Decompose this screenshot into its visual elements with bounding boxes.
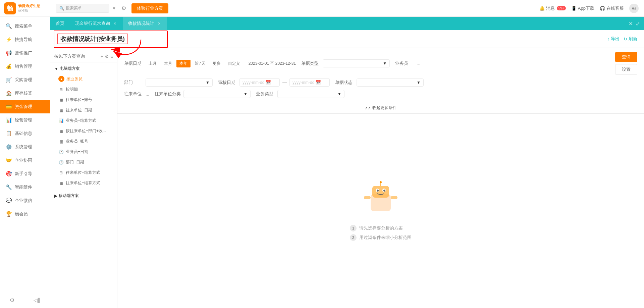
tab-collection-label: 收款情况统计: [128, 20, 154, 27]
messages-icon: 🔔: [539, 6, 545, 11]
settings-scheme-btn[interactable]: ⚙: [105, 54, 109, 59]
doc-type-select[interactable]: ▼: [323, 59, 390, 67]
filter-item-date: 单据日期 上月 本月 本年 近7天 更多 自定义 2023-01-01 至 20…: [124, 60, 296, 67]
sidebar: 畅 畅捷通好生意 标准版 🔍 搜索菜单 ⚡ 快捷导航 📢 营销推广 💰 销售管理…: [0, 0, 50, 308]
date-btn-more[interactable]: 更多: [210, 60, 224, 67]
scheme-partner-date-icon: ▦: [58, 108, 64, 113]
scheme-item-partner-account-label: 往来单位+账号: [66, 97, 92, 103]
date-btn-7days[interactable]: 近7天: [192, 60, 208, 67]
date-btn-this-month[interactable]: 本月: [161, 60, 175, 67]
dept-select[interactable]: ▼: [146, 79, 213, 87]
scheme-group-mobile-expand-icon: ▶: [54, 194, 57, 198]
topbar-search[interactable]: 🔍 搜索菜单: [56, 4, 109, 13]
empty-step-2: 2 用过滤条件来缩小分析范围: [350, 234, 412, 241]
sidebar-item-quicknav[interactable]: ⚡ 快捷导航: [0, 33, 50, 46]
filter-row-1: 单据日期 上月 本月 本年 近7天 更多 自定义 2023-01-01 至 20…: [124, 52, 637, 75]
topbar-left: 🔍 搜索菜单 ▼ ⚙ 体验行业方案: [56, 3, 539, 13]
partner-dots[interactable]: ...: [146, 92, 149, 97]
hardware-icon: 🔧: [5, 184, 12, 191]
scheme-group-mobile-title[interactable]: ▶ 移动端方案: [50, 191, 117, 201]
scheme-item-partner-settle[interactable]: ⊞ 往来单位+结算方式: [50, 167, 117, 178]
scheme-item-salesperson-settle[interactable]: 📊 业务员+结算方式: [50, 115, 117, 126]
scheme-item-partner-settle2-label: 往来单位+结算方式: [66, 180, 100, 186]
sidebar-settings-btn[interactable]: ⚙: [7, 296, 17, 305]
sidebar-logo: 畅 畅捷通好生意 标准版: [0, 0, 50, 17]
purchase-icon: 🛒: [5, 76, 12, 83]
sidebar-item-finance[interactable]: 💳 资金管理: [0, 100, 50, 113]
svg-point-5: [383, 190, 385, 192]
main-content: 收款情况统计(按业务员) ↑ 导出 ↻ 刷新 按以下方案查询 + ⚙ «: [50, 30, 644, 308]
scheme-active-icon: ●: [58, 76, 64, 82]
scheme-group-desktop: ▼ 电脑端方案 ● 按业务员 ⊞ 按明细 ▦ 往来单位+账号 ▦: [50, 62, 117, 190]
filter-item-review-date: 审核日期 yyyy-mm-dd 📅 — yyyy-mm-dd 📅: [218, 78, 330, 87]
tab-collection-close[interactable]: ✕: [156, 21, 162, 26]
export-button[interactable]: ↑ 导出: [607, 36, 620, 42]
scheme-item-dept-date[interactable]: 🕐 部门+日期: [50, 157, 117, 167]
review-date-from-placeholder: yyyy-mm-dd: [243, 80, 264, 85]
scheme-item-salesperson-account[interactable]: ▦ 业务员+账号: [50, 136, 117, 147]
date-btn-custom[interactable]: 自定义: [225, 60, 243, 67]
salesperson-dots[interactable]: ...: [417, 61, 420, 66]
sidebar-item-marketing[interactable]: 📢 营销推广: [0, 46, 50, 60]
date-btn-this-year[interactable]: 本年: [176, 60, 191, 67]
sidebar-item-member[interactable]: 🏆 畅会员: [0, 207, 50, 221]
sidebar-item-wechat[interactable]: 💬 企业微信: [0, 194, 50, 207]
tab-bank[interactable]: 现金银行流水查询 ✕: [70, 17, 123, 30]
tab-home[interactable]: 首页: [50, 17, 70, 30]
scheme-item-salesperson-date[interactable]: 🕐 业务员+日期: [50, 147, 117, 157]
doc-status-select[interactable]: ▼: [357, 79, 424, 87]
scheme-item-partner-date[interactable]: ▦ 往来单位+日期: [50, 105, 117, 115]
scheme-item-partner-account[interactable]: ▦ 往来单位+账号: [50, 95, 117, 105]
scheme-item-by-detail[interactable]: ⊞ 按明细: [50, 84, 117, 95]
messages-button[interactable]: 🔔 消息 99+: [539, 5, 566, 11]
sidebar-item-basic[interactable]: 📋 基础信息: [0, 127, 50, 140]
sidebar-item-guide[interactable]: 🎯 新手引导: [0, 167, 50, 181]
add-scheme-btn[interactable]: +: [101, 54, 103, 59]
review-date-to[interactable]: yyyy-mm-dd 📅: [289, 78, 330, 87]
scheme-item-by-salesperson[interactable]: ● 按业务员: [50, 73, 117, 84]
step-1-text: 请先选择要分析的方案: [359, 225, 403, 231]
tab-bank-close[interactable]: ✕: [112, 21, 117, 26]
sidebar-item-sales[interactable]: 💰 销售管理: [0, 60, 50, 73]
trial-button[interactable]: 体验行业方案: [131, 3, 168, 13]
sidebar-item-hardware[interactable]: 🔧 智能硬件: [0, 181, 50, 194]
step-num-2: 2: [350, 234, 357, 241]
scheme-item-partner-settle2[interactable]: ▦ 往来单位+结算方式: [50, 178, 117, 188]
partner-category-select[interactable]: ▼: [183, 90, 251, 98]
settings-button[interactable]: 设置: [615, 64, 637, 75]
scheme-item-partner-dept[interactable]: ▦ 按往来单位+部门+收...: [50, 126, 117, 136]
refresh-button[interactable]: ↻ 刷新: [624, 36, 637, 42]
sidebar-item-system[interactable]: ⚙️ 系统管理: [0, 140, 50, 154]
svg-point-7: [380, 181, 382, 183]
sidebar-item-purchase[interactable]: 🛒 采购管理: [0, 73, 50, 87]
sidebar-item-search[interactable]: 🔍 搜索菜单: [0, 19, 50, 33]
step-num-1: 1: [350, 225, 357, 232]
date-btn-last-month[interactable]: 上月: [146, 60, 160, 67]
topbar-settings-icon[interactable]: ⚙: [121, 5, 126, 11]
sidebar-collapse-btn[interactable]: ◁∥: [31, 296, 43, 305]
biz-type-select[interactable]: ▼: [277, 90, 344, 98]
scheme-group-desktop-title[interactable]: ▼ 电脑端方案: [50, 64, 117, 73]
tab-close-all-btn[interactable]: ✕: [629, 20, 633, 27]
sidebar-nav: 🔍 搜索菜单 ⚡ 快捷导航 📢 营销推广 💰 销售管理 🛒 采购管理 🏠 库存核…: [0, 17, 50, 292]
review-date-from[interactable]: yyyy-mm-dd 📅: [239, 78, 280, 87]
filter-item-doc-type: 单据类型 ▼: [301, 59, 390, 67]
app-download-icon: 📱: [571, 6, 577, 11]
query-button[interactable]: 查询: [615, 52, 637, 62]
right-panel: 单据日期 上月 本月 本年 近7天 更多 自定义 2023-01-01 至 20…: [117, 48, 644, 308]
sidebar-item-inventory[interactable]: 🏠 库存核算: [0, 87, 50, 100]
sidebar-item-label-sales: 销售管理: [15, 63, 32, 69]
user-avatar-button[interactable]: Rit: [629, 4, 639, 13]
sidebar-item-enterprise[interactable]: 🤝 企业协同: [0, 154, 50, 167]
tab-collection[interactable]: 收款情况统计 ✕: [123, 17, 167, 30]
tab-expand-btn[interactable]: ⤢: [636, 20, 640, 27]
calendar-icon-to: 📅: [316, 80, 321, 85]
app-download-label: App下载: [578, 5, 594, 11]
sidebar-item-label-operation: 经营管理: [15, 117, 32, 123]
app-download-button[interactable]: 📱 App下载: [571, 5, 594, 11]
collapse-bar[interactable]: ∧∧ 收起更多条件: [117, 102, 644, 114]
sidebar-item-operation[interactable]: 📊 经营管理: [0, 113, 50, 127]
online-service-button[interactable]: 🎧 在线客服: [600, 5, 624, 11]
topbar-arrow[interactable]: ▼: [112, 6, 116, 11]
collapse-panel-btn[interactable]: «: [110, 54, 113, 59]
